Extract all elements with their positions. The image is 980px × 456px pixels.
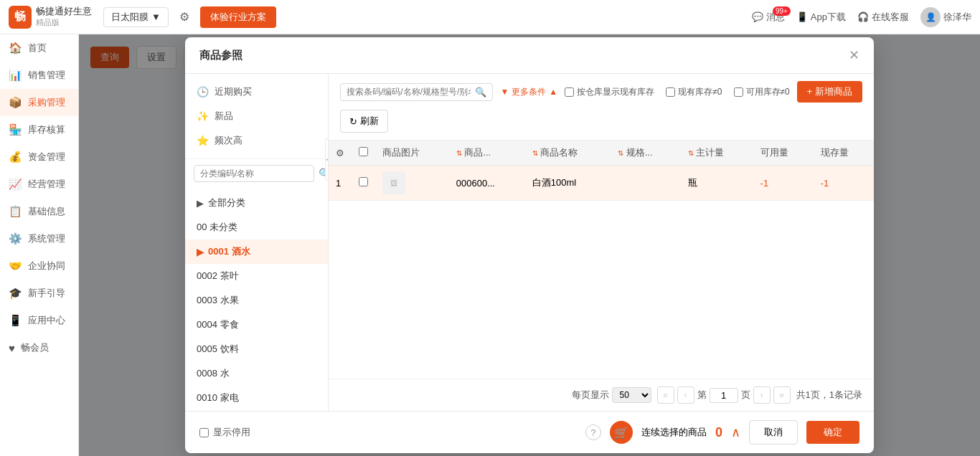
th-stock: 现存量	[814, 141, 874, 166]
category-0002[interactable]: 0002 茶叶	[185, 264, 328, 288]
left-panel-tabs: 🕒 近期购买 ✨ 新品 ⭐ 频次高	[185, 74, 328, 159]
next-page-btn[interactable]: ›	[753, 386, 771, 404]
online-service-btn[interactable]: 🎧 在线客服	[857, 11, 909, 24]
sidebar-item-purchase[interactable]: 📦 采购管理	[0, 89, 78, 116]
sidebar-label-business: 经营管理	[28, 178, 65, 191]
prev-page-btn[interactable]: ‹	[677, 386, 694, 404]
sidebar-item-business[interactable]: 📈 经营管理	[0, 171, 78, 198]
modal-header: 商品参照 ✕	[185, 37, 874, 74]
select-all-checkbox[interactable]	[359, 147, 368, 156]
display-disabled-label[interactable]: 显示停用	[199, 426, 250, 439]
th-spec[interactable]: ⇅ 规格...	[611, 141, 681, 166]
row-checkbox[interactable]	[359, 177, 368, 186]
category-tree: ▶ 全部分类 00 未分类 ▶ 0001 酒水 0002 茶	[185, 188, 328, 411]
category-00[interactable]: 00 未分类	[185, 215, 328, 239]
sidebar-item-home[interactable]: 🏠 首页	[0, 34, 78, 62]
modal-close-btn[interactable]: ✕	[849, 47, 859, 63]
product-thumb: 🖼	[382, 171, 405, 194]
sidebar-label-guide: 新手引导	[28, 287, 65, 300]
checkbox-usable-stock[interactable]: 可用库存≠0	[734, 86, 790, 98]
td-code: 000600...	[449, 166, 525, 201]
logo-area: 畅 畅捷通好生意 精品版	[9, 6, 92, 29]
nav-right: 💬 消息 99+ 📱 App下载 🎧 在线客服 👤 徐泽华	[752, 7, 971, 27]
cart-label: 连续选择的商品	[641, 426, 707, 439]
td-available: -1	[753, 166, 814, 201]
star-icon: ⭐	[197, 135, 209, 146]
page-number-input[interactable]	[710, 388, 738, 403]
add-product-btn[interactable]: + 新增商品	[797, 81, 862, 103]
settings-icon[interactable]: ⚙	[174, 7, 194, 27]
pagination: 每页显示 50 10 20 100 « ‹	[329, 379, 874, 411]
checkbox-available-stock-input[interactable]	[666, 87, 675, 97]
cancel-btn[interactable]: 取消	[749, 420, 798, 445]
collapse-footer-icon[interactable]: ∧	[731, 424, 740, 440]
category-0010[interactable]: 0010 家电	[185, 386, 328, 410]
category-0008[interactable]: 0008 水	[185, 361, 328, 386]
last-page-btn[interactable]: »	[773, 386, 791, 404]
checkbox-usable-stock-input[interactable]	[734, 87, 743, 97]
page-size-label: 每页显示	[572, 389, 609, 402]
avatar: 👤	[920, 7, 941, 27]
logo-sub: 精品版	[36, 17, 92, 28]
product-search-input[interactable]	[347, 87, 471, 97]
new-products-tab[interactable]: ✨ 新品	[185, 104, 328, 128]
checkbox-warehouse[interactable]: 按仓库显示现有库存	[565, 86, 654, 98]
inventory-icon: 🏪	[9, 123, 22, 136]
refresh-icon: ↻	[349, 116, 357, 127]
sidebar-item-sales[interactable]: 📊 销售管理	[0, 62, 78, 89]
sidebar-item-basic[interactable]: 📋 基础信息	[0, 198, 78, 225]
th-unit[interactable]: ⇅ 主计量	[681, 141, 753, 166]
app-download-btn[interactable]: 📱 App下载	[796, 11, 846, 24]
page-size-dropdown[interactable]: 50 10 20 100	[612, 387, 651, 403]
th-settings[interactable]: ⚙	[329, 141, 352, 166]
home-icon: 🏠	[9, 42, 22, 54]
category-0005[interactable]: 0005 饮料	[185, 337, 328, 361]
more-filters-btn[interactable]: ▼ 更多条件 ▲	[500, 86, 557, 98]
category-0001[interactable]: ▶ 0001 酒水	[185, 239, 328, 264]
category-0003[interactable]: 0003 水果	[185, 288, 328, 313]
th-name[interactable]: ⇅ 商品名称	[525, 141, 611, 166]
table-row[interactable]: 1 🖼	[329, 166, 874, 201]
help-icon[interactable]: ?	[585, 424, 601, 440]
category-search-input[interactable]	[194, 165, 314, 182]
frequent-tab[interactable]: ⭐ 频次高	[185, 128, 328, 153]
table-toolbar: 🔍 ▼ 更多条件 ▲ 按仓库显示现有库存	[329, 74, 874, 141]
sidebar-item-finance[interactable]: 💰 资金管理	[0, 143, 78, 171]
page-label: 第	[697, 389, 707, 402]
sidebar-item-system[interactable]: ⚙️ 系统管理	[0, 225, 78, 252]
checkbox-group: 按仓库显示现有库存 现有库存≠0 可用库存≠0	[565, 86, 790, 98]
first-page-btn[interactable]: «	[657, 386, 674, 404]
td-num: 1	[329, 166, 352, 201]
user-profile-btn[interactable]: 👤 徐泽华	[920, 7, 971, 27]
new-icon: ✨	[197, 110, 209, 122]
cart-count: 0	[715, 425, 722, 440]
sidebar-label-finance: 资金管理	[28, 151, 65, 163]
recent-purchase-tab[interactable]: 🕒 近期购买	[185, 80, 328, 104]
confirm-btn[interactable]: 确定	[806, 421, 859, 444]
refresh-product-btn[interactable]: ↻ 刷新	[340, 110, 388, 133]
experience-btn[interactable]: 体验行业方案	[200, 6, 276, 28]
branch-selector[interactable]: 日太阳膜 ▼	[103, 7, 169, 27]
sidebar-item-guide[interactable]: 🎓 新手引导	[0, 280, 78, 307]
td-checkbox[interactable]	[352, 166, 375, 201]
display-disabled-checkbox[interactable]	[199, 428, 209, 437]
category-0004[interactable]: 0004 零食	[185, 313, 328, 337]
checkbox-available-stock[interactable]: 现有库存≠0	[666, 86, 722, 98]
sidebar-item-cooperation[interactable]: 🤝 企业协同	[0, 252, 78, 280]
product-search-icon[interactable]: 🔍	[475, 87, 486, 98]
mobile-icon: 📱	[796, 11, 808, 22]
checkbox-warehouse-input[interactable]	[565, 87, 574, 97]
sidebar-item-apps[interactable]: 📱 应用中心	[0, 307, 78, 334]
product-reference-modal: 商品参照 ✕ 🕒 近期购买 ✨ 新	[185, 37, 874, 453]
sidebar-item-inventory[interactable]: 🏪 库存核算	[0, 116, 78, 143]
sidebar-item-member[interactable]: ♥ 畅会员	[0, 334, 78, 361]
modal-body: 🕒 近期购买 ✨ 新品 ⭐ 频次高	[185, 74, 874, 411]
logo-icon: 畅	[9, 6, 32, 29]
collapse-panel-btn[interactable]: ◀	[325, 138, 329, 181]
top-nav: 畅 畅捷通好生意 精品版 日太阳膜 ▼ ⚙ 体验行业方案 💬 消息 99+ 📱 …	[0, 0, 980, 34]
category-all[interactable]: ▶ 全部分类	[185, 191, 328, 215]
sidebar-label-member: 畅会员	[21, 341, 49, 354]
th-code[interactable]: ⇅ 商品...	[449, 141, 525, 166]
new-products-label: 新品	[215, 110, 233, 123]
messages-btn[interactable]: 💬 消息 99+	[752, 11, 785, 24]
